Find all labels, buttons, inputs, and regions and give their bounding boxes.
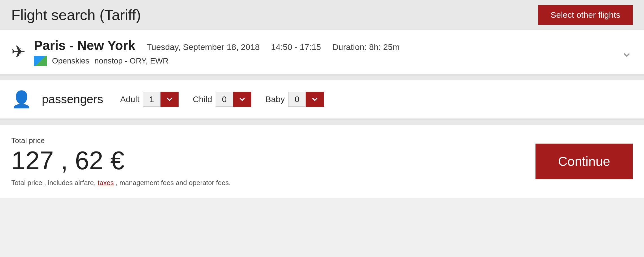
passengers-label: passengers [42,93,103,106]
baby-dropdown-button[interactable] [306,92,324,107]
child-group: Child 0 [193,92,251,107]
flight-details: Paris - New York Tuesday, September 18, … [34,38,612,66]
adult-group: Adult 1 [120,92,179,107]
passengers-section: 👤 passengers Adult 1 Child 0 Baby 0 [0,80,644,120]
passengers-icon: 👤 [11,90,32,109]
flight-info-section: ✈ Paris - New York Tuesday, September 18… [0,30,644,76]
child-dropdown-button[interactable] [233,92,251,107]
price-amount: 127 , 62 € [11,148,231,173]
child-count: 0 [216,92,233,107]
flight-stops: nonstop - ORY, EWR [94,56,168,65]
child-label: Child [193,95,212,104]
page-header: Flight search (Tariff) Select other flig… [0,0,644,30]
baby-count: 0 [288,92,306,107]
chevron-down-icon [238,95,246,104]
airline-name: Openskies [52,56,89,65]
flight-duration: Duration: 8h: 25m [332,42,400,52]
select-other-flights-button[interactable]: Select other flights [538,5,633,25]
total-price-label: Total price [11,136,231,145]
price-section: Total price 127 , 62 € Total price , inc… [0,125,644,198]
section-divider [0,76,644,80]
airplane-icon: ✈ [11,43,25,60]
page-title: Flight search (Tariff) [11,6,141,23]
price-note-suffix: , management fees and operator fees. [116,179,231,186]
section-divider-2 [0,120,644,125]
taxes-link[interactable]: taxes [97,179,114,186]
airline-logo [34,56,47,66]
adult-count: 1 [143,92,161,107]
price-info: Total price 127 , 62 € Total price , inc… [11,136,231,187]
adult-dropdown-button[interactable] [161,92,179,107]
price-note-prefix: Total price , includes airfare, [11,179,96,186]
flight-route-row: Paris - New York Tuesday, September 18, … [34,38,612,53]
adult-label: Adult [120,95,139,104]
flight-time: 14:50 - 17:15 [271,42,321,52]
chevron-down-icon [165,95,174,104]
flight-date: Tuesday, September 18, 2018 [147,42,260,52]
flight-airline-row: Openskies nonstop - ORY, EWR [34,56,612,66]
price-note: Total price , includes airfare, taxes , … [11,179,231,187]
expand-flight-icon[interactable]: ⌄ [621,44,633,60]
flight-route: Paris - New York [34,38,135,53]
baby-group: Baby 0 [265,92,324,107]
continue-button[interactable]: Continue [535,144,633,179]
baby-label: Baby [265,95,285,104]
chevron-down-icon [311,95,319,104]
